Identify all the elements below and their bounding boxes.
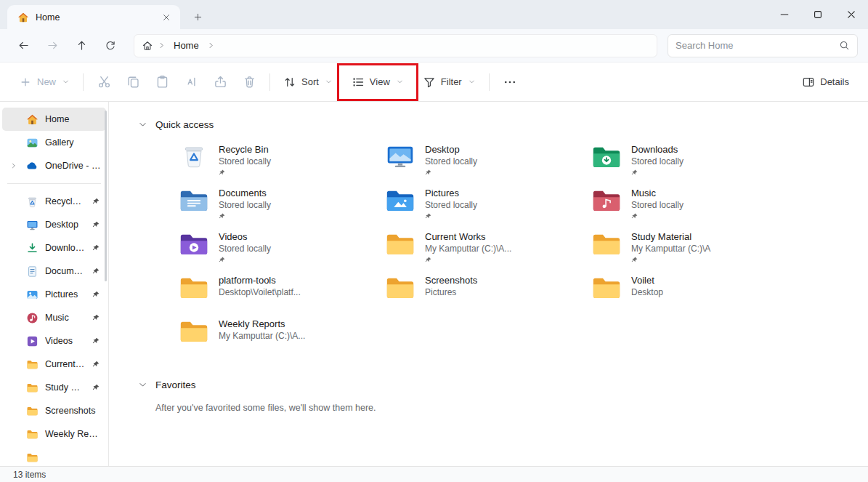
up-button[interactable] <box>68 34 94 57</box>
file-tile-platform-tools[interactable]: platform-tools Desktop\Voilet\platf... <box>179 273 385 317</box>
recycle-bin-icon <box>179 144 209 170</box>
chevron-down-icon[interactable] <box>138 380 147 390</box>
file-name: Pictures <box>425 188 477 199</box>
sort-button-label: Sort <box>301 76 319 87</box>
sort-button[interactable]: Sort <box>276 69 340 95</box>
minimize-button[interactable] <box>768 0 801 29</box>
file-tile-downloads[interactable]: Downloads Stored locally <box>591 142 798 186</box>
window-controls <box>768 0 868 29</box>
downloads-icon <box>591 144 622 169</box>
share-button[interactable] <box>206 69 235 95</box>
navigation-bar: Home <box>0 29 868 63</box>
sidebar-scrollbar[interactable] <box>105 111 107 281</box>
videos-icon <box>179 231 209 257</box>
close-button[interactable] <box>835 0 868 29</box>
forward-button[interactable] <box>39 34 65 57</box>
search-box[interactable] <box>668 34 858 57</box>
file-tile-music[interactable]: Music Stored locally <box>591 186 798 230</box>
file-tile-voilet[interactable]: Voilet Desktop <box>591 273 798 317</box>
view-button[interactable]: View <box>344 69 411 95</box>
sidebar-item-screenshots[interactable]: Screenshots <box>2 399 106 422</box>
quick-access-header[interactable]: Quick access <box>138 116 868 132</box>
file-tile-study-material[interactable]: Study Material My Kamputtar (C:)\A <box>591 230 798 273</box>
pin-icon <box>92 314 100 321</box>
file-tile-videos[interactable]: Videos Stored locally <box>179 230 385 273</box>
refresh-button[interactable] <box>97 34 123 57</box>
sidebar-item-weekly-reports[interactable]: Weekly Reports <box>2 422 106 446</box>
rename-button[interactable] <box>177 69 206 95</box>
sidebar-item-label: Videos <box>45 336 86 346</box>
new-button[interactable]: New <box>12 69 77 95</box>
delete-button[interactable] <box>235 69 264 95</box>
chevron-right-icon[interactable] <box>10 162 17 169</box>
breadcrumb-item-home[interactable]: Home <box>170 40 203 51</box>
sidebar-item-videos[interactable]: Videos <box>2 329 106 353</box>
paste-button[interactable] <box>147 69 177 95</box>
favorites-header[interactable]: Favorites <box>138 377 868 393</box>
file-name: Voilet <box>631 275 663 286</box>
cut-button[interactable] <box>89 69 118 95</box>
file-tile-pictures[interactable]: Pictures Stored locally <box>385 186 591 230</box>
sidebar-item-downloads[interactable]: Downloads <box>2 236 106 260</box>
sidebar-item-current-works[interactable]: Current Worl <box>2 353 106 376</box>
pin-icon <box>631 213 684 220</box>
file-name: Videos <box>219 231 271 243</box>
file-name: platform-tools <box>219 275 301 286</box>
sidebar-item-label: Current Worl <box>45 359 86 369</box>
file-tile-recycle-bin[interactable]: Recycle Bin Stored locally <box>179 142 385 186</box>
sidebar-item-pictures[interactable]: Pictures <box>2 283 106 306</box>
sidebar-item-label: Gallery <box>45 137 102 148</box>
filter-button[interactable]: Filter <box>415 69 483 95</box>
back-button[interactable] <box>10 34 36 57</box>
file-detail: Stored locally <box>219 200 271 211</box>
copy-button[interactable] <box>118 69 147 95</box>
folder-icon <box>385 231 415 257</box>
file-tile-documents[interactable]: Documents Stored locally <box>179 186 385 230</box>
breadcrumb[interactable]: Home <box>134 34 657 57</box>
sidebar-item-label: Desktop <box>45 220 86 230</box>
file-detail: My Kamputtar (C:)\A <box>631 244 710 254</box>
plus-icon <box>19 76 32 89</box>
sidebar-item-label: Recycle Bin <box>45 196 86 206</box>
chevron-down-icon[interactable] <box>138 120 147 129</box>
file-tile-screenshots[interactable]: Screenshots Pictures <box>385 273 591 317</box>
sidebar-item-desktop[interactable]: Desktop <box>2 213 106 236</box>
new-tab-button[interactable] <box>187 7 208 27</box>
chevron-right-icon <box>158 41 166 49</box>
downloads-icon <box>25 242 38 254</box>
sidebar-item-documents[interactable]: Documents <box>2 260 106 283</box>
videos-icon <box>25 335 38 348</box>
sidebar-item-partial[interactable] <box>2 446 106 466</box>
file-detail: Stored locally <box>631 200 684 211</box>
folder-icon <box>385 275 415 300</box>
sidebar-item-gallery[interactable]: Gallery <box>2 131 106 154</box>
new-button-label: New <box>37 76 56 87</box>
maximize-button[interactable] <box>801 0 835 29</box>
pin-icon <box>219 169 271 177</box>
folder-icon <box>25 451 38 464</box>
folder-icon <box>25 382 38 394</box>
search-input[interactable] <box>676 40 835 51</box>
details-button[interactable]: Details <box>795 69 856 95</box>
sort-icon <box>283 76 296 89</box>
more-options-button[interactable] <box>495 69 524 95</box>
file-tile-weekly-reports[interactable]: Weekly Reports My Kamputtar (C:)\A... <box>179 317 385 361</box>
documents-icon <box>25 265 38 278</box>
file-tile-desktop[interactable]: Desktop Stored locally <box>385 142 591 186</box>
sidebar-item-home[interactable]: Home <box>2 108 106 131</box>
chevron-down-icon <box>62 78 70 86</box>
sidebar-item-study-material[interactable]: Study Materi <box>2 376 106 399</box>
sidebar-item-label: OneDrive - Pers <box>45 161 102 171</box>
explorer-tab-home[interactable]: Home <box>7 5 180 29</box>
file-tile-current-works[interactable]: Current Works My Kamputtar (C:)\A... <box>385 230 591 273</box>
sidebar-item-label: Weekly Reports <box>45 429 102 439</box>
sidebar-item-music[interactable]: Music <box>2 306 106 329</box>
file-name: Study Material <box>631 231 710 243</box>
sidebar-item-recycle-bin[interactable]: Recycle Bin <box>2 190 106 213</box>
folder-icon <box>179 318 209 344</box>
folder-icon <box>591 231 622 257</box>
tab-close-button[interactable] <box>158 9 174 25</box>
pin-icon <box>92 384 100 391</box>
details-pane-icon <box>802 76 815 89</box>
sidebar-item-onedrive[interactable]: OneDrive - Pers <box>2 154 106 177</box>
